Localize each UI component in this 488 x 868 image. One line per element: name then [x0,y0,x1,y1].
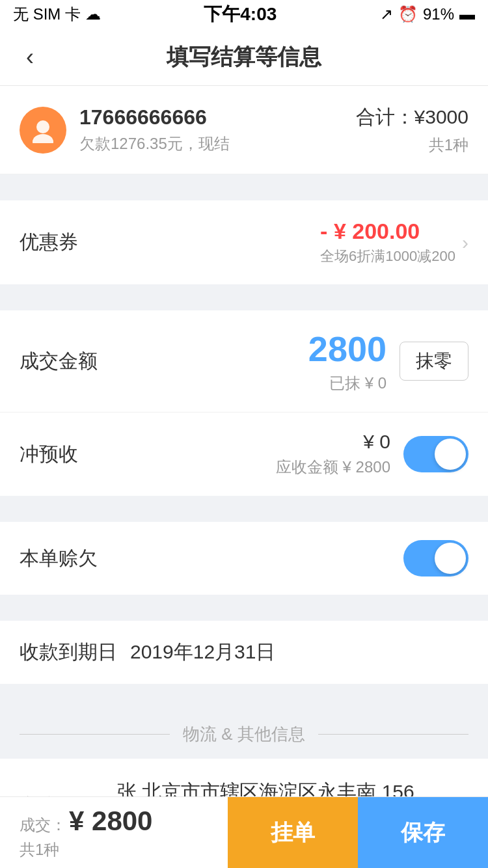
avatar [20,107,66,154]
nav-bar: ‹ 填写结算等信息 [0,29,488,86]
prepay-value-group: ¥ 0 应收金额 ¥ 2800 [276,431,390,478]
footer: 成交： ¥ 2800 共1种 挂单 保存 [0,796,488,868]
coupon-discount: - ¥ 200.00 [320,219,455,244]
svg-point-0 [36,120,49,133]
divider-line-right [318,734,468,735]
logistics-divider: 物流 & 其他信息 [0,710,488,759]
debt-row: 本单赊欠 [0,522,488,595]
amount-section: 成交金额 2800 已抹 ¥ 0 抹零 冲预收 ¥ 0 应收金额 ¥ 2800 [0,310,488,496]
svg-point-1 [33,134,53,143]
transaction-amount-row: 成交金额 2800 已抹 ¥ 0 抹零 [0,310,488,413]
prepay-sub: 应收金额 ¥ 2800 [276,457,390,478]
toggle-knob [435,439,466,470]
hang-button[interactable]: 挂单 [228,797,358,869]
coupon-right: - ¥ 200.00 全场6折满1000减200 › [320,219,468,266]
customer-phone: 17666666666 [79,105,230,129]
prepay-right: ¥ 0 应收金额 ¥ 2800 [276,431,468,478]
coupon-desc: 全场6折满1000减200 [320,247,455,266]
transaction-amount-main: 2800 [308,329,386,369]
footer-count: 共1种 [20,839,208,860]
total-amount: 合计：¥3000 [356,104,468,131]
debt-label: 本单赊欠 [20,545,98,572]
duedate-row: 收款到期日 2019年12月31日 [0,621,488,684]
prepay-amount: ¥ 0 [276,431,390,453]
status-bar: 无 SIM 卡 ☁ 下午4:03 ↗ ⏰ 91% ▬ [0,0,488,29]
customer-section: 17666666666 欠款1276.35元，现结 合计：¥3000 共1种 [0,86,488,174]
debt-toggle-knob [435,543,466,574]
transaction-amount-value-group: 2800 已抹 ¥ 0 抹零 [308,329,468,394]
customer-left: 17666666666 欠款1276.35元，现结 [20,105,230,154]
transaction-amount-label: 成交金额 [20,348,98,375]
coupon-info: - ¥ 200.00 全场6折满1000减200 [320,219,455,266]
customer-sub: 欠款1276.35元，现结 [79,133,230,154]
page-title: 填写结算等信息 [167,42,321,72]
alarm-icon: ⏰ [398,5,418,23]
debt-toggle[interactable] [403,540,468,576]
footer-deal-label: 成交： [20,815,66,835]
duedate-label: 收款到期日 [20,639,117,666]
coupon-section: 优惠券 - ¥ 200.00 全场6折满1000减200 › [0,200,488,284]
footer-amount: ¥ 2800 [69,806,152,837]
coupon-label: 优惠券 [20,229,78,256]
customer-row: 17666666666 欠款1276.35元，现结 合计：¥3000 共1种 [0,86,488,174]
transaction-amount-info: 2800 已抹 ¥ 0 [308,329,386,394]
footer-info: 成交： ¥ 2800 共1种 [0,806,228,860]
back-button[interactable]: ‹ [20,37,40,77]
logistics-divider-text: 物流 & 其他信息 [183,723,305,746]
location-icon: ↗ [380,5,393,23]
chevron-right-icon: › [462,232,468,254]
sim-status: 无 SIM 卡 ☁ [13,4,101,25]
prepay-toggle[interactable] [403,436,468,472]
status-time: 下午4:03 [204,2,277,27]
customer-right: 合计：¥3000 共1种 [356,104,468,156]
battery-icon: ▬ [459,5,475,23]
save-button[interactable]: 保存 [358,797,488,869]
status-right: ↗ ⏰ 91% ▬ [380,5,475,23]
round-button[interactable]: 抹零 [400,342,468,381]
customer-info: 17666666666 欠款1276.35元，现结 [79,105,230,154]
coupon-row[interactable]: 优惠券 - ¥ 200.00 全场6折满1000减200 › [0,200,488,284]
prepay-label: 冲预收 [20,441,78,468]
prepay-row: 冲预收 ¥ 0 应收金额 ¥ 2800 [0,413,488,496]
divider-line-left [20,734,170,735]
transaction-amount-sub: 已抹 ¥ 0 [308,373,386,394]
status-left: 无 SIM 卡 ☁ [13,4,101,25]
duedate-value: 2019年12月31日 [130,639,275,666]
battery-status: 91% [423,5,454,23]
main-content: 17666666666 欠款1276.35元，现结 合计：¥3000 共1种 优… [0,86,488,868]
total-count: 共1种 [356,135,468,156]
